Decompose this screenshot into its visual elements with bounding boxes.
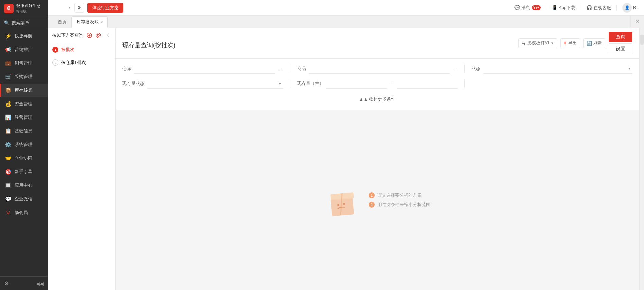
breadcrumb-text: [53, 5, 66, 11]
tab-home[interactable]: 首页: [53, 17, 71, 28]
warehouse-dots-btn[interactable]: …: [278, 66, 283, 72]
print-btn[interactable]: 🖨 按模板打印 ▼: [518, 38, 557, 48]
app-download-btn[interactable]: 📱 App下载: [552, 5, 575, 11]
wechat-icon: 💬: [5, 196, 11, 202]
user-avatar-btn[interactable]: 👤 Rit: [622, 3, 639, 13]
sidebar-item-member[interactable]: V 畅会员: [0, 206, 48, 219]
user-name: Rit: [633, 5, 639, 10]
collapse-more-label: 收起更多条件: [369, 96, 395, 102]
tab-label: 库存批次账: [77, 19, 99, 25]
goods-filter: 商品 …: [297, 64, 458, 74]
sidebar-item-collab[interactable]: 🤝 企业协同: [0, 151, 48, 165]
sidebar-item-label: 新手引导: [15, 169, 32, 175]
online-service-btn[interactable]: 🎧 在线客服: [587, 5, 611, 11]
export-btn[interactable]: ⬆ 导出: [560, 38, 580, 48]
refresh-label: 刷新: [593, 40, 602, 46]
goods-input[interactable]: [309, 64, 450, 74]
sidebar-item-label: 基础信息: [15, 128, 32, 134]
close-icon: ×: [636, 19, 639, 25]
svg-point-4: [96, 33, 101, 38]
sidebar-item-basic[interactable]: 📋 基础信息: [0, 124, 48, 138]
tab-close-btn[interactable]: ×: [101, 20, 103, 24]
guide-icon: 🎯: [5, 169, 11, 175]
filter-area: 仓库 … 商品 … 状态: [116, 59, 639, 110]
sidebar-item-operation[interactable]: 📊 经营管理: [0, 111, 48, 124]
scroll-thumb[interactable]: [640, 35, 644, 45]
warehouse-label: 仓库: [122, 66, 131, 72]
sidebar-item-apps[interactable]: 🔲 应用中心: [0, 179, 48, 192]
qty-to-input[interactable]: [397, 78, 458, 89]
hint-num-1: 1: [369, 192, 375, 198]
query-btn[interactable]: 查询: [609, 32, 632, 42]
sidebar-item-wechat[interactable]: 💬 企业微信: [0, 192, 48, 206]
separator2: [581, 5, 581, 11]
quick-nav-icon: ⚡: [5, 33, 11, 39]
collapse-icon: 《: [105, 33, 109, 38]
message-btn[interactable]: 💬 消息 99+: [514, 5, 541, 11]
active-scheme-icon: ●: [52, 47, 58, 53]
left-panel-collapse-btn[interactable]: 《: [104, 32, 111, 39]
sidebar: 6 畅康通好生意 标准版 🔍 搜索菜单 ⚡ 快捷导航 📢 营销推广 💼 销售管理…: [0, 0, 48, 290]
collab-icon: 🤝: [5, 155, 11, 161]
sidebar-collapse-btn[interactable]: ◀◀: [36, 281, 44, 286]
tab-inventory-batch[interactable]: 库存批次账 ×: [71, 16, 108, 28]
sidebar-item-system[interactable]: ⚙️ 系统管理: [0, 138, 48, 151]
chevron-down-icon2: ▼: [278, 81, 282, 85]
refresh-btn[interactable]: 🔄 刷新: [583, 38, 605, 48]
main-area: ▼ ⚙ 体验行业方案 💬 消息 99+ 📱 App下载 🎧 在线客服: [48, 0, 644, 290]
inventory-qty-range: —: [326, 78, 458, 89]
warehouse-filter: 仓库 …: [122, 64, 283, 74]
topbar-settings-btn[interactable]: ⚙: [74, 3, 84, 13]
goods-label: 商品: [297, 66, 306, 72]
headset-icon: 🎧: [587, 5, 592, 10]
empty-hints: 1 请先选择要分析的方案 2 用过滤条件来缩小分析范围: [369, 192, 430, 208]
add-scheme-btn[interactable]: [86, 32, 93, 39]
filter-divider-2: [464, 65, 465, 73]
collapse-up-icon: ▲▲: [359, 97, 368, 102]
topbar-breadcrumb[interactable]: ▼: [53, 5, 71, 11]
sidebar-item-sales[interactable]: 💼 销售管理: [0, 56, 48, 70]
settings-footer-btn[interactable]: ⚙: [4, 280, 9, 287]
sidebar-item-inventory[interactable]: 📦 库存核算: [0, 84, 48, 97]
inventory-icon: 📦: [5, 87, 11, 93]
finance-icon: 💰: [5, 101, 11, 107]
collapse-more-btn[interactable]: ▲▲ 收起更多条件: [122, 93, 632, 105]
svg-point-9: [343, 203, 345, 205]
sidebar-item-label: 营销推广: [15, 47, 32, 53]
sidebar-nav: ⚡ 快捷导航 📢 营销推广 💼 销售管理 🛒 采购管理 📦 库存核算 💰 资金管…: [0, 29, 48, 276]
print-label: 按模板打印: [527, 40, 549, 46]
sidebar-footer: ⚙ ◀◀: [0, 276, 48, 290]
user-avatar: 👤: [622, 3, 632, 13]
status-select[interactable]: ▼: [483, 64, 632, 74]
warehouse-input[interactable]: [134, 64, 275, 74]
sidebar-item-quick-nav[interactable]: ⚡ 快捷导航: [0, 29, 48, 43]
search-icon: 🔍: [4, 20, 10, 25]
sidebar-item-finance[interactable]: 💰 资金管理: [0, 97, 48, 111]
inventory-status-select[interactable]: ▼: [147, 78, 283, 89]
home-tab-label: 首页: [58, 19, 67, 24]
message-badge: 99+: [532, 5, 541, 10]
search-menu-item[interactable]: 🔍 搜索菜单: [0, 17, 48, 29]
empty-hint-1: 1 请先选择要分析的方案: [369, 192, 430, 198]
goods-dots-btn[interactable]: …: [452, 66, 458, 72]
sidebar-item-label: 应用中心: [15, 182, 32, 188]
trial-btn[interactable]: 体验行业方案: [87, 3, 123, 13]
chevron-down-icon: ▼: [628, 67, 631, 70]
qty-from-input[interactable]: [326, 78, 387, 89]
sidebar-item-guide[interactable]: 🎯 新手引导: [0, 165, 48, 179]
topbar-right: 💬 消息 99+ 📱 App下载 🎧 在线客服 👤 Rit: [514, 3, 639, 13]
sidebar-item-purchase[interactable]: 🛒 采购管理: [0, 70, 48, 84]
sidebar-item-label: 采购管理: [15, 74, 32, 80]
svg-point-3: [97, 34, 99, 36]
inactive-scheme-icon: ○: [52, 59, 58, 66]
hint-num-2: 2: [369, 202, 375, 208]
page-header: 现存量查询(按批次) 🖨 按模板打印 ▼ ⬆ 导出 🔄 刷新: [116, 28, 639, 59]
sidebar-item-marketing[interactable]: 📢 营销推广: [0, 43, 48, 56]
scheme-settings-btn[interactable]: [95, 32, 102, 39]
tab-panel-close-btn[interactable]: ×: [630, 16, 644, 28]
settings-btn[interactable]: 设置: [609, 43, 632, 54]
chevron-down-icon: ▼: [68, 6, 71, 10]
scheme-label: 按批次: [61, 47, 74, 53]
scheme-item-by-warehouse-batch[interactable]: ○ 按仓库+批次: [48, 56, 115, 69]
scheme-item-by-batch[interactable]: ● 按批次: [48, 43, 115, 56]
